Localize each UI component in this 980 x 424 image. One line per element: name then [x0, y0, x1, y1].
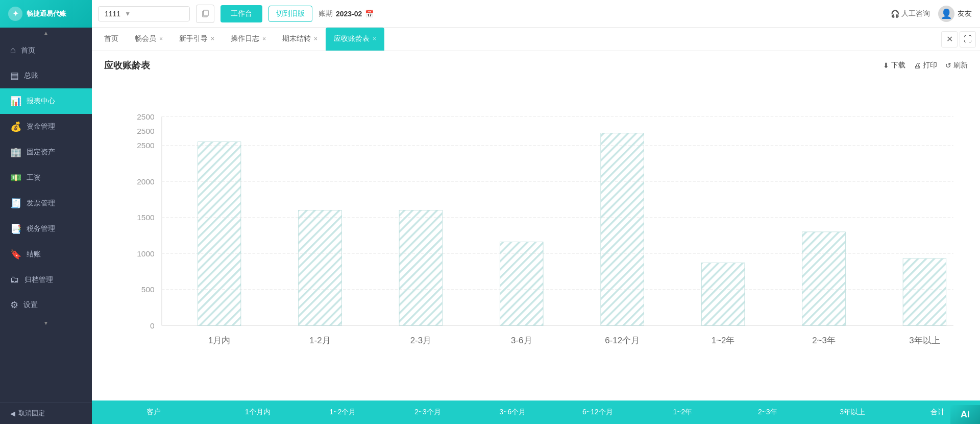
expand-tab-button[interactable]: ⛶	[960, 31, 976, 48]
svg-text:2~3年: 2~3年	[812, 336, 836, 345]
reports-icon: 📊	[10, 96, 21, 107]
refresh-label: 刷新	[953, 61, 968, 70]
tab-guide[interactable]: 新手引导 ×	[171, 28, 223, 51]
refresh-button[interactable]: ↺ 刷新	[945, 61, 968, 70]
sidebar-label-salary: 工资	[27, 173, 41, 182]
tab-actions: ✕ ⛶	[941, 28, 976, 51]
tab-home-label: 首页	[104, 34, 118, 43]
svg-text:1月内: 1月内	[208, 336, 230, 345]
tab-aging-close[interactable]: ×	[373, 35, 376, 42]
sidebar-label-invoice: 发票管理	[27, 199, 55, 208]
main-layout: ▲ ⌂ 首页 ▤ 总账 📊 报表中心 💰 资金管理 🏢 固定资产 💵 工资 🧾 …	[0, 28, 980, 424]
th-1-2month: 1~2个月	[300, 408, 385, 417]
sidebar: ▲ ⌂ 首页 ▤ 总账 📊 报表中心 💰 资金管理 🏢 固定资产 💵 工资 🧾 …	[0, 28, 92, 424]
tab-aging-label: 应收账龄表	[334, 34, 370, 43]
page-actions: ⬇ 下载 🖨 打印 ↺ 刷新	[883, 61, 968, 70]
avatar: 👤	[938, 6, 954, 22]
copy-button[interactable]	[196, 5, 214, 23]
tab-oplog-label: 操作日志	[231, 34, 259, 43]
sidebar-scroll-up[interactable]: ▲	[0, 28, 92, 38]
switch-version-button[interactable]: 切到旧版	[268, 6, 312, 22]
close-tab-button[interactable]: ✕	[941, 31, 958, 48]
finance-icon: 💰	[10, 121, 21, 132]
ledger-icon: ▤	[10, 70, 19, 81]
chevron-down-icon: ▼	[125, 10, 131, 17]
sidebar-item-ledger[interactable]: ▤ 总账	[0, 63, 92, 88]
checkout-icon: 🔖	[10, 249, 21, 260]
sidebar-item-reports[interactable]: 📊 报表中心	[0, 88, 92, 114]
calendar-icon[interactable]: 📅	[365, 10, 374, 18]
tab-period-end-label: 期末结转	[282, 34, 311, 43]
tab-member[interactable]: 畅会员 ×	[127, 28, 171, 51]
tab-member-label: 畅会员	[135, 34, 156, 43]
tab-aging[interactable]: 应收账龄表 ×	[326, 28, 384, 51]
sidebar-label-assets: 固定资产	[27, 148, 55, 157]
sidebar-label-home: 首页	[21, 46, 35, 55]
svg-rect-1	[204, 10, 208, 16]
content-area: 首页 畅会员 × 新手引导 × 操作日志 × 期末结转 × 应收账龄表 ×	[92, 28, 980, 424]
refresh-icon: ↺	[945, 61, 951, 69]
page-title: 应收账龄表	[104, 59, 150, 72]
company-selector[interactable]: 1111 ▼	[98, 6, 190, 21]
bar-1-2month	[299, 210, 342, 326]
bar-2-3year	[802, 232, 846, 325]
logo-text: 畅捷通易代账	[27, 9, 66, 18]
sidebar-item-tax[interactable]: 📑 税务管理	[0, 216, 92, 242]
th-customer: 客户	[92, 408, 215, 417]
svg-text:3-6月: 3-6月	[511, 336, 532, 345]
download-label: 下载	[891, 61, 905, 70]
bar-3-6month	[500, 242, 544, 326]
tab-period-end[interactable]: 期末结转 ×	[274, 28, 326, 51]
sidebar-item-home[interactable]: ⌂ 首页	[0, 38, 92, 63]
svg-text:0: 0	[150, 321, 155, 330]
print-icon: 🖨	[914, 61, 921, 69]
th-2-3month: 2~3个月	[385, 408, 470, 417]
sidebar-item-salary[interactable]: 💵 工资	[0, 165, 92, 191]
period-label: 账期	[318, 9, 333, 18]
logo-area: ✦ 畅捷通易代账	[0, 0, 92, 28]
sidebar-scroll-down[interactable]: ▼	[0, 318, 92, 328]
svg-text:1~2年: 1~2年	[712, 336, 735, 345]
bar-6-12month	[601, 133, 644, 325]
sidebar-label-checkout: 结账	[27, 250, 41, 259]
username: 友友	[958, 9, 972, 18]
svg-text:1000: 1000	[137, 249, 155, 258]
tab-member-close[interactable]: ×	[159, 35, 163, 42]
sidebar-label-tax: 税务管理	[27, 224, 55, 233]
consultant-button[interactable]: 🎧 人工咨询	[891, 9, 930, 18]
svg-text:1500: 1500	[137, 213, 155, 222]
th-2-3year: 2~3年	[725, 408, 810, 417]
sidebar-label-finance: 资金管理	[27, 122, 55, 131]
tab-oplog-close[interactable]: ×	[262, 35, 266, 42]
tab-period-end-close[interactable]: ×	[314, 35, 317, 42]
download-button[interactable]: ⬇ 下载	[883, 61, 905, 70]
workbench-button[interactable]: 工作台	[220, 5, 262, 22]
sidebar-item-checkout[interactable]: 🔖 结账	[0, 242, 92, 267]
invoice-icon: 🧾	[10, 198, 21, 209]
tab-guide-close[interactable]: ×	[211, 35, 214, 42]
tab-guide-label: 新手引导	[179, 34, 208, 43]
chart-container: 0 500 1000 1500 2000 2500 2500 2500	[92, 78, 980, 401]
sidebar-cancel-pin[interactable]: ◀ 取消固定	[0, 402, 92, 424]
company-name: 1111	[105, 10, 120, 18]
svg-text:2000: 2000	[137, 177, 155, 186]
tax-icon: 📑	[10, 223, 21, 234]
sidebar-label-ledger: 总账	[24, 71, 38, 80]
home-icon: ⌂	[10, 45, 16, 56]
sidebar-item-archive[interactable]: 🗂 归档管理	[0, 267, 92, 292]
sidebar-item-invoice[interactable]: 🧾 发票管理	[0, 191, 92, 216]
sidebar-item-settings[interactable]: ⚙ 设置	[0, 292, 92, 318]
sidebar-item-finance[interactable]: 💰 资金管理	[0, 114, 92, 139]
tab-oplog[interactable]: 操作日志 ×	[223, 28, 274, 51]
cancel-pin-label: 取消固定	[18, 409, 45, 418]
user-area[interactable]: 👤 友友	[938, 6, 972, 22]
tab-bar: 首页 畅会员 × 新手引导 × 操作日志 × 期末结转 × 应收账龄表 ×	[92, 28, 980, 51]
print-button[interactable]: 🖨 打印	[914, 61, 937, 70]
sidebar-item-assets[interactable]: 🏢 固定资产	[0, 139, 92, 165]
svg-text:2500: 2500	[137, 127, 155, 135]
svg-text:500: 500	[141, 285, 155, 294]
th-3plus-year: 3年以上	[810, 408, 895, 417]
ai-badge[interactable]: Ai	[950, 405, 980, 424]
tab-home[interactable]: 首页	[96, 28, 127, 51]
period-area: 账期 2023-02 📅	[318, 9, 374, 18]
